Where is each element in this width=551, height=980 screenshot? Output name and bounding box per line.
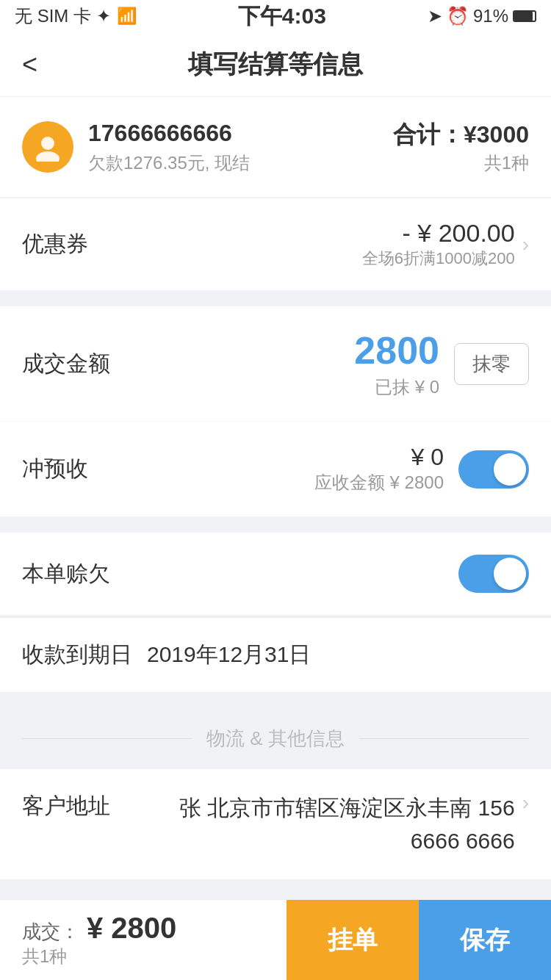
logistics-text: 物流 & 其他信息 bbox=[206, 726, 345, 752]
back-button[interactable]: < bbox=[22, 49, 66, 80]
status-time: 下午4:03 bbox=[238, 1, 326, 32]
status-bar: 无 SIM 卡 ✦ 📶 下午4:03 ➤ ⏰ 91% bbox=[0, 0, 551, 32]
amount-section: 成交金额 2800 已抹 ¥ 0 抹零 冲预收 ¥ 0 应收金额 ¥ 2800 bbox=[0, 306, 551, 516]
status-left: 无 SIM 卡 ✦ 📶 bbox=[15, 4, 137, 28]
prepay-right: ¥ 0 应收金额 ¥ 2800 bbox=[314, 444, 529, 494]
debt-section: 本单赊欠 bbox=[0, 533, 551, 615]
divider-line-right bbox=[359, 738, 529, 739]
status-right: ➤ ⏰ 91% bbox=[428, 6, 536, 26]
debt-toggle[interactable] bbox=[458, 555, 529, 593]
due-date-label: 收款到期日 bbox=[22, 640, 132, 670]
coupon-value-wrap: - ¥ 200.00 全场6折满1000减200 bbox=[362, 219, 515, 270]
address-section[interactable]: 客户地址 张 北京市市辖区海淀区永丰南 156 6666 6666 › bbox=[0, 769, 551, 879]
divider-line-left bbox=[22, 738, 192, 739]
section-divider-4 bbox=[0, 693, 551, 708]
svg-point-0 bbox=[41, 137, 54, 150]
amount-label: 成交金额 bbox=[22, 349, 110, 379]
page-title: 填写结算等信息 bbox=[188, 48, 363, 82]
sim-label: 无 SIM 卡 ✦ bbox=[15, 4, 111, 28]
bottom-summary: 成交： ¥ 2800 共1种 bbox=[0, 912, 287, 968]
total-amount: 合计：¥3000 bbox=[393, 119, 529, 151]
bottom-bar: 成交： ¥ 2800 共1种 挂单 保存 bbox=[0, 899, 551, 980]
prepay-row: 冲预收 ¥ 0 应收金额 ¥ 2800 bbox=[0, 422, 551, 516]
transaction-amount-value: 2800 bbox=[354, 328, 439, 372]
main-content: 17666666666 欠款1276.35元, 现结 合计：¥3000 共1种 … bbox=[0, 97, 551, 980]
coupon-row[interactable]: 优惠券 - ¥ 200.00 全场6折满1000减200 › bbox=[0, 198, 551, 290]
logistics-divider: 物流 & 其他信息 bbox=[0, 708, 551, 769]
bottom-deal-label: 成交： bbox=[22, 919, 79, 945]
customer-left: 17666666666 欠款1276.35元, 现结 bbox=[22, 120, 250, 175]
prepay-amount: ¥ 0 bbox=[314, 444, 444, 471]
prepay-receivable: 应收金额 ¥ 2800 bbox=[314, 471, 444, 494]
wifi-icon: 📶 bbox=[117, 7, 137, 26]
avatar bbox=[22, 121, 73, 173]
location-icon: ➤ bbox=[428, 6, 442, 26]
address-chevron-icon: › bbox=[522, 791, 529, 815]
due-date-value: 2019年12月31日 bbox=[147, 640, 311, 670]
section-divider-2 bbox=[0, 518, 551, 533]
round-off-button[interactable]: 抹零 bbox=[454, 343, 529, 385]
customer-phone: 17666666666 bbox=[88, 120, 250, 147]
nav-bar: < 填写结算等信息 bbox=[0, 32, 551, 97]
customer-info: 17666666666 欠款1276.35元, 现结 bbox=[88, 120, 250, 175]
section-divider-1 bbox=[0, 292, 551, 306]
address-value: 张 北京市市辖区海淀区永丰南 156 6666 6666 bbox=[132, 791, 515, 857]
battery-label: 91% bbox=[473, 6, 508, 26]
customer-card: 17666666666 欠款1276.35元, 现结 合计：¥3000 共1种 bbox=[0, 97, 551, 197]
battery-icon bbox=[513, 10, 536, 22]
prepay-label: 冲预收 bbox=[22, 454, 88, 484]
amount-right: 2800 已抹 ¥ 0 抹零 bbox=[354, 328, 529, 399]
coupon-discount: - ¥ 200.00 bbox=[362, 219, 515, 248]
amount-col: 2800 已抹 ¥ 0 bbox=[354, 328, 439, 399]
chevron-right-icon: › bbox=[522, 233, 529, 256]
svg-point-1 bbox=[36, 151, 60, 162]
address-right: 张 北京市市辖区海淀区永丰南 156 6666 6666 › bbox=[132, 791, 529, 857]
address-label: 客户地址 bbox=[22, 791, 110, 821]
coupon-label: 优惠券 bbox=[22, 229, 88, 259]
customer-total: 合计：¥3000 共1种 bbox=[393, 119, 529, 175]
prepay-col: ¥ 0 应收金额 ¥ 2800 bbox=[314, 444, 444, 494]
total-count: 共1种 bbox=[393, 151, 529, 175]
bottom-deal-amount: ¥ 2800 bbox=[87, 912, 176, 945]
prepay-toggle[interactable] bbox=[458, 450, 529, 489]
alarm-icon: ⏰ bbox=[447, 6, 469, 26]
debt-label: 本单赊欠 bbox=[22, 559, 110, 589]
due-date-section: 收款到期日 2019年12月31日 bbox=[0, 618, 551, 692]
transaction-amount-row: 成交金额 2800 已抹 ¥ 0 抹零 bbox=[0, 306, 551, 422]
save-button[interactable]: 保存 bbox=[419, 900, 551, 981]
coupon-desc: 全场6折满1000减200 bbox=[362, 248, 515, 270]
coupon-right: - ¥ 200.00 全场6折满1000减200 › bbox=[362, 219, 529, 270]
already-rounded: 已抹 ¥ 0 bbox=[354, 375, 439, 399]
bottom-deal-count: 共1种 bbox=[22, 945, 264, 968]
customer-debt: 欠款1276.35元, 现结 bbox=[88, 151, 250, 175]
bottom-deal-row: 成交： ¥ 2800 bbox=[22, 912, 264, 945]
due-date-row: 收款到期日 2019年12月31日 bbox=[22, 640, 529, 670]
hang-button[interactable]: 挂单 bbox=[287, 900, 419, 981]
